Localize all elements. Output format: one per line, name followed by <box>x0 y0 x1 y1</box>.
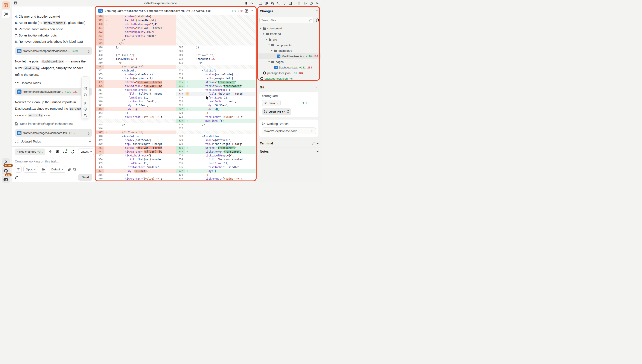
diff-code-row[interactable]: 339 tickFormat={(value) => t <box>176 177 256 181</box>
collapse-up-icon[interactable] <box>250 2 254 5</box>
panel-right-icon[interactable] <box>289 2 292 5</box>
monitor-icon[interactable] <box>84 107 87 111</box>
diff-code-row[interactable]: 330 top={innerHeight + margi <box>176 142 256 146</box>
diff-code-row[interactable]: 357- dy: '0.33em', <box>96 169 176 173</box>
diff-code-row[interactable]: 320 textAnchor: 'end', <box>176 100 256 104</box>
git-section-header[interactable]: Git ▼ <box>257 83 321 91</box>
diff-code-row[interactable]: 320- strokeDasharray="2,4" <box>96 22 176 26</box>
diff-code-row[interactable]: 343 }} <box>96 111 176 115</box>
diff-code-row[interactable]: 351- stroke="hsl(var(--border <box>96 146 176 150</box>
composer-settings-button[interactable] <box>15 166 22 172</box>
diff-code-row[interactable]: 337 tickLabelProps={{ <box>96 88 176 92</box>
monitor-icon[interactable] <box>283 2 286 5</box>
diff-code-row[interactable]: 324 tickFormat={(value) => f <box>176 115 256 119</box>
expand-icon[interactable] <box>312 142 315 145</box>
diff-code-row[interactable]: 322+ dx: -8, <box>176 107 256 111</box>
diff-code-row[interactable]: 326 /> <box>176 123 256 127</box>
diff-code-row[interactable]: 325+ numTicks={5} <box>176 119 256 123</box>
git-compare-icon[interactable] <box>84 113 87 117</box>
diff-code-row[interactable]: 342- dx: -4, <box>96 107 176 111</box>
diff-code-row[interactable]: 323 }} <box>176 111 256 115</box>
diff-code-row[interactable]: 336 textAnchor: 'middle', <box>176 165 256 169</box>
diff-code-row[interactable]: 333 tickLabelProps={{ <box>176 154 256 158</box>
updated-todos-row[interactable]: Updated Todos <box>15 140 92 143</box>
open-pr-button[interactable]: Open PR #7 <box>262 108 291 115</box>
chevron-down-icon[interactable]: ▼ <box>265 38 268 40</box>
branch-dropdown[interactable]: main <box>262 100 281 106</box>
more-options-icon[interactable] <box>84 78 87 82</box>
diff-code-row[interactable]: 336- tickStroke="hsl(var(--bo <box>96 84 176 88</box>
diff-code-row[interactable]: 338 }} <box>176 173 256 177</box>
diff-code-row[interactable]: 313 scale={valueScale} <box>176 72 256 76</box>
attachment-icon[interactable] <box>68 168 71 171</box>
working-branch-input[interactable]: vk/4e2a-explore-the-code <box>262 128 316 134</box>
search-files-input[interactable]: Search files... <box>259 17 314 24</box>
diff-code-row[interactable]: 329 scale={dateScale} <box>176 138 256 142</box>
chevron-down-icon[interactable]: ▼ <box>268 61 270 63</box>
diff-code-row[interactable]: 330 <> <box>96 61 176 65</box>
chevron-down-icon[interactable] <box>89 140 91 142</box>
diff-code-row[interactable]: 355 fontSize: 11, <box>96 162 176 165</box>
mode-dropdown[interactable]: Default <box>49 166 66 172</box>
edit-branch-icon[interactable] <box>310 130 313 132</box>
diff-code-row[interactable]: 334 left={margin.left} <box>96 76 176 80</box>
diff-code-row[interactable]: 316+ tickStroke="transparent" <box>176 84 256 88</box>
diff-code-row[interactable]: 326 )} <box>96 46 176 49</box>
rail-workspace-button[interactable] <box>2 1 10 9</box>
add-comment-button[interactable]: + <box>186 92 189 96</box>
file-change-chip[interactable]: TSfrontend/src/components/dashboa...+479… <box>15 47 92 55</box>
read-file-row[interactable]: Read frontend/src/pages/Dashboard.tsx <box>15 122 92 126</box>
tree-file-package-lock.json[interactable]: package-lock.json+6 <box>257 76 321 81</box>
play-icon[interactable] <box>84 101 87 105</box>
diff-code-row[interactable]: 315+ stroke="transparent" <box>176 80 256 84</box>
diff-code-row[interactable]: 350 top={innerHeight + margi <box>96 142 176 146</box>
collapse-tree-icon[interactable] <box>309 19 312 22</box>
pen-icon[interactable] <box>15 176 18 179</box>
tree-folder-components[interactable]: ▼components <box>257 42 321 48</box>
diff-code-row[interactable]: 314 left={margin.left} <box>176 76 256 80</box>
chevron-down-icon[interactable]: ▼ <box>262 33 265 35</box>
diff-code-row[interactable]: 331+ stroke="transparent" <box>176 146 256 150</box>
updated-todos-row[interactable]: Updated Todos <box>15 81 92 85</box>
diff-code-row[interactable]: 319 fontSize: 11, <box>176 96 256 100</box>
tree-folder-pages[interactable]: ▼pages <box>257 59 321 64</box>
diff-code-row[interactable]: 324- /> <box>96 38 176 42</box>
composer-input[interactable]: Continue working on this task... <box>12 157 95 164</box>
diff-code-row[interactable]: 359 tickFormat={(value) => t <box>96 177 176 181</box>
diff-code-row[interactable]: 338 fill: 'hsl(var(--muted <box>96 92 176 96</box>
files-changed-chip[interactable]: 4 files changed +3... <box>15 148 45 155</box>
diff-collapse-chevron[interactable] <box>251 10 253 12</box>
notes-section-header[interactable]: Notes ▶ <box>257 147 321 156</box>
diff-code-row[interactable]: 328 {/* Axes */} <box>96 53 176 57</box>
chevron-down-icon[interactable]: ▼ <box>271 50 273 52</box>
diff-code-row[interactable]: 346 <box>96 127 176 130</box>
diff-code-row[interactable]: 311 <> <box>176 61 256 65</box>
diff-code-row[interactable]: 328 <AxisBottom <box>176 134 256 138</box>
send-button[interactable]: Send <box>78 174 92 181</box>
diff-code-row[interactable]: 353 tickLabelProps={{ <box>96 154 176 158</box>
changes-section-header[interactable]: Changes ▼ <box>257 6 321 15</box>
chevron-down-icon[interactable]: ▼ <box>268 44 270 46</box>
diff-code-row[interactable]: 358 }} <box>96 173 176 177</box>
settings-gear-icon[interactable] <box>315 2 319 5</box>
diff-old-pane[interactable]: 318- scale={dateScale}319- height={inner… <box>96 14 176 181</box>
git-compare-icon[interactable] <box>271 2 274 5</box>
fast-forward-button[interactable] <box>40 166 47 172</box>
diff-code-row[interactable]: 334 fill: 'hsl(var(--muted <box>176 158 256 162</box>
diff-code-row[interactable]: 327 <box>176 127 256 130</box>
copy-icon[interactable] <box>84 93 87 96</box>
diff-code-row[interactable]: 356 textAnchor: 'middle', <box>96 165 176 169</box>
diff-code-row[interactable]: 307 )} <box>176 46 256 49</box>
diff-code-row[interactable]: 322- strokeOpacity={0.2} <box>96 30 176 34</box>
diff-code-row[interactable]: 349 scale={dateScale} <box>96 138 176 142</box>
panel-left-icon[interactable] <box>259 2 262 5</box>
diff-code-row[interactable]: 317 tickLabelProps={{ <box>176 88 256 92</box>
tree-file-package-lock.json[interactable]: package-lock.json+61 -104 <box>257 70 321 76</box>
diff-code-row[interactable]: 332+ tickStroke="transparent" <box>176 150 256 154</box>
diff-code-row[interactable]: 312 <AxisLeft <box>176 69 256 72</box>
diff-code-row[interactable]: 352- tickStroke="hsl(var(--bo <box>96 150 176 154</box>
diff-code-row[interactable]: 331- {/* Y Axis */} <box>96 65 176 69</box>
rail-discord-button[interactable] <box>2 176 10 182</box>
diff-code-row[interactable]: 310 {showAxis && ( <box>176 57 256 61</box>
tree-folder-src[interactable]: ▼src <box>257 37 321 42</box>
